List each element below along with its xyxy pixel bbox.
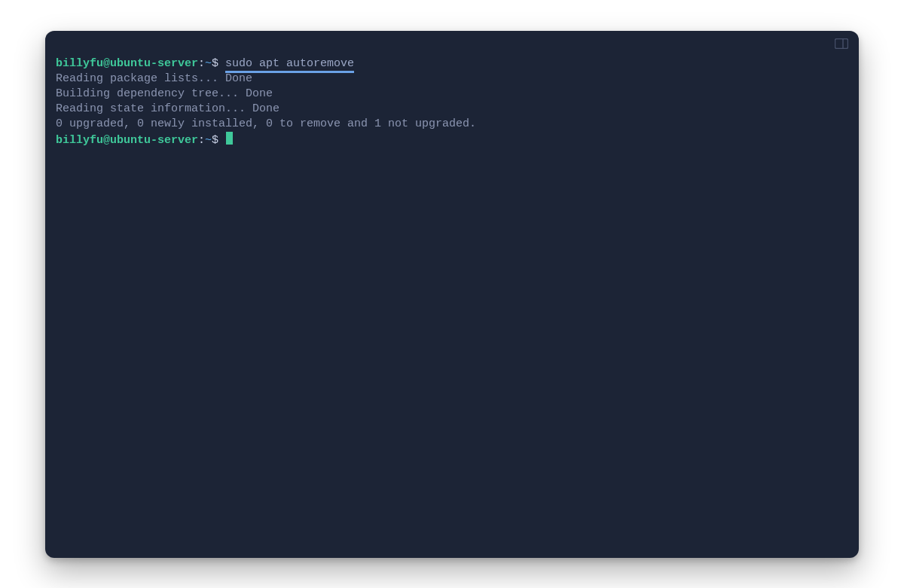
prompt-line-1: billyfu@ubuntu-server:~$ sudo apt autore…: [56, 56, 848, 72]
prompt-sep: :: [198, 57, 205, 70]
output-line: Reading package lists... Done: [56, 72, 848, 87]
prompt-sep: :: [198, 134, 205, 147]
prompt-symbol: $: [212, 134, 218, 147]
output-line: 0 upgraded, 0 newly installed, 0 to remo…: [56, 117, 848, 132]
prompt-user-host: billyfu@ubuntu-server: [56, 134, 198, 147]
split-pane-icon[interactable]: [835, 38, 848, 49]
output-line: Building dependency tree... Done: [56, 87, 848, 102]
stage: billyfu@ubuntu-server:~$ sudo apt autore…: [0, 0, 904, 588]
prompt-path: ~: [205, 134, 212, 147]
svg-rect-0: [835, 38, 848, 48]
output-line: Reading state information... Done: [56, 102, 848, 117]
command-text: sudo apt autoremove: [225, 57, 354, 73]
prompt-path: ~: [205, 57, 212, 70]
prompt-symbol: $: [212, 57, 218, 70]
terminal-body[interactable]: billyfu@ubuntu-server:~$ sudo apt autore…: [45, 53, 859, 159]
titlebar: [45, 31, 859, 53]
terminal-window[interactable]: billyfu@ubuntu-server:~$ sudo apt autore…: [45, 31, 859, 558]
cursor-block: [226, 132, 233, 145]
prompt-line-2: billyfu@ubuntu-server:~$: [56, 132, 848, 148]
prompt-user-host: billyfu@ubuntu-server: [56, 57, 198, 70]
